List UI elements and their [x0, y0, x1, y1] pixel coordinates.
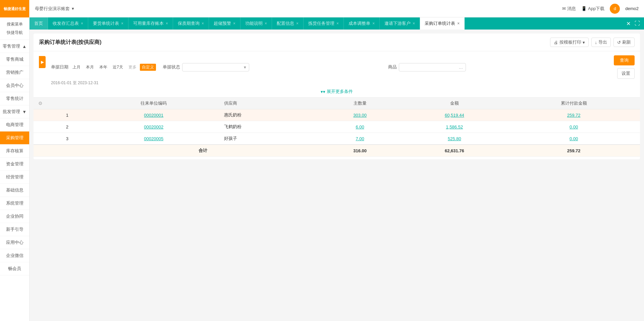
sidebar-item-enterprise-wechat[interactable]: 企业微信	[0, 249, 29, 262]
sidebar-item-retail-stats[interactable]: 零售统计	[0, 92, 29, 105]
tab-invite-downstream-close[interactable]: ×	[413, 21, 415, 26]
workspace-selector[interactable]: 母婴行业演示账套	[35, 6, 70, 12]
message-label: 消息	[567, 6, 576, 12]
tab-function-desc-close[interactable]: ×	[265, 21, 267, 26]
search-button[interactable]: 查询	[614, 55, 635, 65]
tab-cost-adjust[interactable]: 成本调整单 ×	[344, 17, 380, 30]
tab-available-inventory[interactable]: 可用量库存账本 ×	[128, 17, 173, 30]
row1-paid[interactable]: 259.72	[507, 109, 640, 121]
filter-toggle-arrow[interactable]: ▶	[39, 56, 46, 68]
date-shortcut-this-year[interactable]: 本年	[97, 64, 109, 71]
tab-function-desc[interactable]: 功能说明 ×	[240, 17, 272, 30]
settings-button[interactable]: 设置	[617, 68, 635, 79]
sidebar-item-enterprise-wechat-label: 企业微信	[6, 253, 23, 259]
sidebar-item-purchase-mgmt-label: 采购管理	[6, 135, 23, 141]
sidebar-item-app-center[interactable]: 应用中心	[0, 236, 29, 249]
tab-available-inventory-close[interactable]: ×	[166, 21, 168, 26]
date-shortcut-7days[interactable]: 近7天	[111, 64, 125, 71]
row2-paid[interactable]: 0.00	[507, 121, 640, 133]
app-download-button[interactable]: 📱 App下载	[581, 6, 604, 12]
sidebar-item-enterprise-collab[interactable]: 企业协同	[0, 210, 29, 223]
message-button[interactable]: ✉ 消息	[562, 6, 576, 12]
sidebar-item-retail-mgmt[interactable]: 零售管理 ▲	[0, 40, 29, 53]
print-dropdown-icon[interactable]: ▾	[583, 40, 585, 45]
sidebar-item-marketing-label: 营销推广	[6, 69, 23, 75]
sidebar: 畅捷通好生意 搜索菜单 快捷导航 零售管理 ▲ 零售商城 营销推广 会员中心 零…	[0, 0, 30, 321]
tab-pick-task-mgmt-close[interactable]: ×	[336, 21, 339, 26]
page-card: 采购订单统计表(按供应商) 🖨 按模板打印 ▾ ↓ 导出 ↺ 刷新	[34, 34, 640, 159]
quick-nav-label[interactable]: 快捷导航	[2, 29, 27, 37]
row3-qty[interactable]: 7.00	[319, 133, 401, 145]
row3-paid[interactable]: 0.00	[507, 133, 640, 145]
tab-pick-task-mgmt[interactable]: 拣货任务管理 ×	[304, 17, 344, 30]
tab-receive-summary-close[interactable]: ×	[81, 21, 83, 26]
sidebar-item-retail-mall[interactable]: 零售商城	[0, 53, 29, 66]
refresh-label: 刷新	[622, 39, 631, 45]
goods-more-icon[interactable]: …	[459, 65, 463, 70]
sidebar-item-ecommerce[interactable]: 电商管理	[0, 118, 29, 131]
tab-invite-downstream-label: 邀请下游客户	[384, 20, 411, 26]
tab-expiry-query[interactable]: 保质期查询 ×	[173, 17, 209, 30]
sidebar-item-inventory[interactable]: 库存核算	[0, 145, 29, 158]
sidebar-item-marketing[interactable]: 营销推广	[0, 66, 29, 79]
tab-purchase-order-stats[interactable]: 采购订单统计表 ×	[420, 17, 465, 30]
sidebar-item-basic-info[interactable]: 基础信息	[0, 184, 29, 197]
tab-order-stats[interactable]: 要货单统计表 ×	[88, 17, 128, 30]
sidebar-item-newbie[interactable]: 新手引导	[0, 223, 29, 236]
tab-overstock-warning-close[interactable]: ×	[233, 21, 235, 26]
gear-icon[interactable]: ⚙	[38, 101, 43, 106]
goods-input[interactable]: …	[399, 63, 466, 71]
date-custom-tag[interactable]: 自定义	[140, 64, 156, 71]
sidebar-item-sys-mgmt[interactable]: 系统管理	[0, 197, 29, 210]
tab-home[interactable]: 首页	[30, 17, 48, 30]
export-button[interactable]: ↓ 导出	[591, 38, 611, 47]
row2-unit-code[interactable]: 00020002	[88, 121, 220, 133]
row1-unit-code[interactable]: 00020001	[88, 109, 220, 121]
tab-cost-adjust-close[interactable]: ×	[372, 21, 375, 26]
row1-qty[interactable]: 303.00	[319, 109, 401, 121]
logo-text: 畅捷通好生意	[4, 6, 26, 11]
user-name[interactable]: demo2	[625, 6, 639, 11]
tab-maximize-icon[interactable]: ⛶	[633, 20, 641, 27]
page-title: 采购订单统计表(按供应商)	[39, 39, 102, 46]
row1-amount[interactable]: 60,519.44	[401, 109, 507, 121]
tab-expiry-query-close[interactable]: ×	[202, 21, 204, 26]
user-avatar[interactable]: d	[610, 4, 620, 14]
tab-order-stats-label: 要货单统计表	[93, 20, 119, 26]
sidebar-item-sys-mgmt-label: 系统管理	[6, 200, 23, 206]
row2-amount[interactable]: 1,586.52	[401, 121, 507, 133]
status-select[interactable]: ▾	[182, 63, 249, 71]
sidebar-item-member-center[interactable]: 会员中心	[0, 79, 29, 92]
sidebar-item-enterprise-collab-label: 企业协同	[6, 213, 23, 219]
print-icon: 🖨	[554, 40, 558, 45]
search-menu-label[interactable]: 搜索菜单	[2, 20, 27, 29]
tab-available-inventory-label: 可用量库存账本	[133, 20, 164, 26]
data-table-wrap: ⚙ 往来单位编码 供应商 主数量 金额 累计付款金额	[34, 98, 640, 159]
col-header-no	[47, 98, 88, 109]
sidebar-item-wholesale-mgmt[interactable]: 批发管理 ▼	[0, 105, 29, 118]
sidebar-item-changyueyuan[interactable]: 畅会员	[0, 262, 29, 275]
workspace-dropdown-icon[interactable]: ▾	[72, 6, 74, 11]
tab-purchase-order-stats-close[interactable]: ×	[457, 21, 460, 26]
date-shortcut-last-month[interactable]: 上月	[70, 64, 83, 71]
row2-qty[interactable]: 6.00	[319, 121, 401, 133]
col-header-paid: 累计付款金额	[507, 98, 640, 109]
date-shortcut-this-month[interactable]: 本月	[84, 64, 96, 71]
sidebar-item-purchase-mgmt[interactable]: 采购管理	[0, 131, 29, 145]
row3-amount[interactable]: 525.80	[401, 133, 507, 145]
row3-unit-code[interactable]: 00020005	[88, 133, 220, 145]
tab-receive-summary[interactable]: 收发存汇总表 ×	[48, 17, 88, 30]
tab-config-info-close[interactable]: ×	[296, 21, 299, 26]
tab-overstock-warning[interactable]: 超储预警 ×	[209, 17, 240, 30]
sidebar-item-finance[interactable]: 资金管理	[0, 158, 29, 171]
tab-order-stats-close[interactable]: ×	[121, 21, 123, 26]
tab-invite-downstream[interactable]: 邀请下游客户 ×	[380, 17, 420, 30]
tab-close-all-icon[interactable]: ✕	[625, 20, 632, 28]
expand-more-button[interactable]: ▾▾ 展开更多条件	[321, 89, 353, 95]
tab-config-info[interactable]: 配置信息 ×	[272, 17, 304, 30]
filter-actions: 查询 设置	[614, 55, 635, 79]
refresh-button[interactable]: ↺ 刷新	[613, 38, 635, 47]
print-button[interactable]: 🖨 按模板打印 ▾	[550, 38, 589, 47]
date-shortcut-more[interactable]: 更多	[126, 64, 139, 71]
sidebar-item-operations[interactable]: 经营管理	[0, 171, 29, 184]
